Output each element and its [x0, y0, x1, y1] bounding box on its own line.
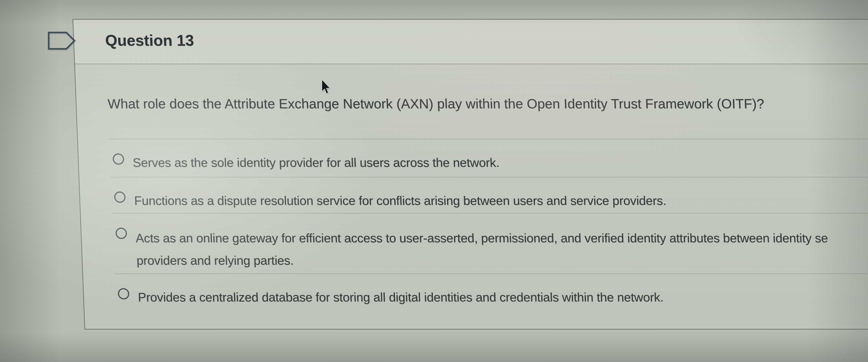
answer-option-3-label: Acts as an online gateway for efficient … [135, 227, 868, 272]
answer-option-1[interactable]: Serves as the sole identity provider for… [109, 139, 868, 177]
radio-button-option-4[interactable] [118, 288, 129, 299]
radio-button-option-1[interactable] [113, 154, 124, 165]
answer-option-4-label: Provides a centralized database for stor… [137, 286, 868, 308]
answer-option-2[interactable]: Functions as a dispute resolution servic… [111, 177, 868, 213]
answer-option-4-line: Provides a centralized database for stor… [137, 286, 868, 308]
answer-option-4[interactable]: Provides a centralized database for stor… [114, 273, 868, 329]
question-card: Question 13 What role does the Attribute… [72, 19, 868, 329]
radio-button-option-2[interactable] [114, 192, 126, 203]
answer-option-3[interactable]: Acts as an online gateway for efficient … [112, 213, 868, 273]
answer-option-1-label: Serves as the sole identity provider for… [132, 151, 868, 174]
mouse-pointer [321, 79, 332, 96]
answer-option-3-line-1: Acts as an online gateway for efficient … [135, 227, 868, 249]
arrow-cursor-icon [321, 79, 332, 95]
answer-option-2-line: Functions as a dispute resolution servic… [134, 189, 868, 212]
answer-option-3-line-2: providers and relying parties. [136, 249, 868, 272]
flag-outline-icon [48, 32, 75, 50]
question-header: Question 13 [73, 20, 868, 64]
answer-option-2-label: Functions as a dispute resolution servic… [134, 189, 868, 212]
question-title: Question 13 [105, 31, 194, 50]
flag-question-button[interactable] [48, 32, 75, 51]
answer-option-1-line: Serves as the sole identity provider for… [132, 151, 868, 174]
question-text: What role does the Attribute Exchange Ne… [107, 95, 868, 112]
radio-button-option-3[interactable] [115, 228, 127, 239]
